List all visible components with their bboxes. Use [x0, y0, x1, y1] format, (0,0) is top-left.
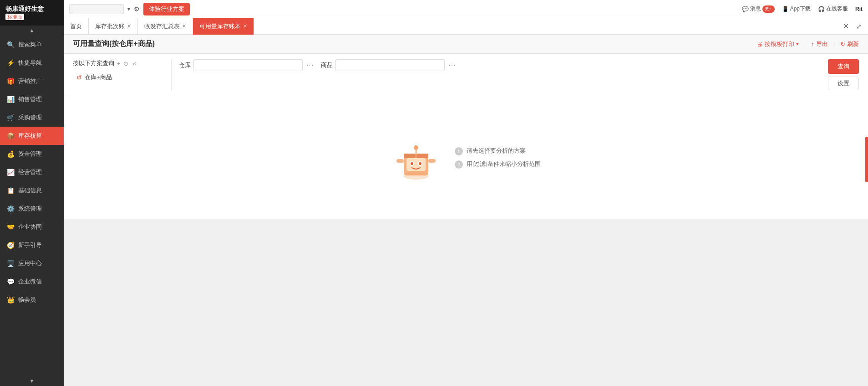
sidebar-item-marketing[interactable]: 🎁 营销推广 [0, 72, 64, 90]
sidebar-label-search: 搜索菜单 [18, 41, 42, 49]
sidebar-item-search[interactable]: 🔍 搜索菜单 [0, 36, 64, 54]
sidebar-header: 畅康通好生意 标准版 [0, 0, 64, 26]
scheme-item-warehouse-goods[interactable]: ↺ 仓库+商品 [73, 71, 164, 84]
query-actions: 查询 设置 [828, 59, 859, 90]
sidebar-item-guide[interactable]: 🧭 新手引导 [0, 236, 64, 254]
add-scheme-btn[interactable]: + [117, 60, 121, 67]
search-icon: 🔍 [6, 41, 15, 48]
sidebar-label-appcenter: 应用中心 [18, 259, 42, 268]
topbar-dropdown-btn[interactable]: ▾ [127, 6, 130, 12]
tip-text-1: 请先选择要分析的方案 [467, 147, 526, 155]
print-icon: 🖨 [757, 41, 763, 47]
tab-expand-btn[interactable]: ⤢ [853, 23, 864, 30]
sidebar-item-purchase[interactable]: 🛒 采购管理 [0, 108, 64, 127]
tab-available-ledger-close[interactable]: ✕ [243, 23, 247, 29]
user-name[interactable]: Rit [855, 6, 863, 12]
tab-inventory-batch-label: 库存批次账 [95, 22, 125, 31]
topbar-right: 💬 消息 99+ 📱 App下载 🎧 在线客服 Rit [742, 5, 863, 13]
sidebar-item-vip[interactable]: 👑 畅会员 [0, 291, 64, 309]
shortcut-icon: ⚡ [6, 59, 15, 67]
sidebar-label-funds: 资金管理 [18, 150, 42, 158]
sidebar-nav: 🔍 搜索菜单 ⚡ 快捷导航 🎁 营销推广 📊 销售管理 🛒 采购管理 📦 库存核… [0, 36, 64, 376]
message-btn[interactable]: 💬 消息 99+ [742, 5, 775, 13]
tab-available-ledger[interactable]: 可用量库存账本 ✕ [193, 18, 254, 35]
filter-goods: 商品 ··· [321, 59, 456, 71]
empty-image [391, 133, 441, 183]
action-sep-1: | [804, 41, 806, 47]
base-icon: 📋 [6, 187, 15, 194]
warehouse-input[interactable] [193, 59, 303, 71]
message-icon: 💬 [742, 6, 749, 12]
goods-more-btn[interactable]: ··· [448, 61, 456, 69]
online-service-label: 在线客服 [826, 5, 848, 13]
edition-badge: 标准版 [5, 14, 24, 20]
tip-num-1: 1 [455, 147, 463, 155]
sidebar-item-sys[interactable]: ⚙️ 系统管理 [0, 200, 64, 218]
marketing-icon: 🎁 [6, 77, 15, 85]
refresh-btn[interactable]: ↻ 刷新 [840, 40, 859, 48]
goods-input[interactable] [335, 59, 445, 71]
warehouse-more-btn[interactable]: ··· [306, 61, 314, 69]
online-service-btn[interactable]: 🎧 在线客服 [818, 5, 848, 13]
sidebar-label-enterprise-wx: 企业微信 [18, 278, 42, 286]
tab-receipt-summary-label: 收发存汇总表 [144, 22, 180, 31]
tab-inventory-batch-close[interactable]: ✕ [127, 23, 131, 29]
appcenter-icon: 🖥️ [6, 260, 15, 267]
page-title: 可用量查询(按仓库+商品) [73, 39, 155, 49]
empty-state: 1 请先选择要分析的方案 2 用[过滤]条件来缩小分析范围 [64, 96, 868, 219]
query-btn[interactable]: 查询 [828, 59, 859, 74]
sidebar-item-base[interactable]: 📋 基础信息 [0, 181, 64, 200]
collapse-btn[interactable]: « [133, 60, 137, 67]
sidebar-item-sales[interactable]: 📊 销售管理 [0, 90, 64, 108]
tab-receipt-summary-close[interactable]: ✕ [182, 23, 186, 29]
print-btn[interactable]: 🖨 按模板打印 ▾ [757, 40, 799, 48]
tab-close-all-btn[interactable]: ✕ [840, 22, 852, 31]
sidebar-scroll-up[interactable]: ▲ [0, 26, 64, 36]
vip-icon: 👑 [6, 296, 15, 304]
print-dropdown-icon[interactable]: ▾ [796, 41, 799, 47]
industry-solution-btn[interactable]: 体验行业方案 [143, 3, 190, 15]
message-badge: 99+ [762, 5, 775, 13]
sidebar-item-funds[interactable]: 💰 资金管理 [0, 145, 64, 163]
guide-icon: 🧭 [6, 242, 15, 249]
sidebar-item-appcenter[interactable]: 🖥️ 应用中心 [0, 254, 64, 273]
sidebar-item-inventory[interactable]: 📦 库存核算 [0, 127, 64, 145]
headset-icon: 🎧 [818, 6, 825, 12]
sidebar-label-marketing: 营销推广 [18, 77, 42, 85]
print-label: 按模板打印 [765, 40, 794, 48]
inventory-icon: 📦 [6, 132, 15, 139]
tab-home-label: 首页 [70, 22, 82, 31]
sidebar-item-shortcut[interactable]: ⚡ 快捷导航 [0, 54, 64, 72]
app-download-label: App下载 [790, 5, 811, 13]
enterprise-wx-icon: 💬 [6, 278, 15, 285]
action-sep-2: | [833, 41, 835, 47]
query-filters: 仓库 ··· 商品 ··· [179, 59, 828, 71]
message-label: 消息 [750, 5, 761, 13]
topbar-gear-btn[interactable]: ⚙ [134, 5, 140, 13]
funds-icon: 💰 [6, 150, 15, 158]
biz-icon: 📈 [6, 169, 15, 176]
svg-rect-3 [416, 154, 428, 158]
setting-btn[interactable]: 设置 [828, 77, 859, 90]
topbar: ▾ ⚙ 体验行业方案 💬 消息 99+ 📱 App下载 🎧 在线客服 Rit [64, 0, 868, 18]
sidebar-scroll-down[interactable]: ▼ [0, 376, 64, 386]
topbar-search-input[interactable] [69, 4, 124, 14]
tab-home[interactable]: 首页 [64, 18, 89, 35]
page-content: 可用量查询(按仓库+商品) 🖨 按模板打印 ▾ | ↑ 导出 | ↻ 刷新 [64, 35, 868, 386]
sidebar-item-enterprise[interactable]: 🤝 企业协同 [0, 218, 64, 236]
svg-point-10 [414, 145, 418, 150]
scheme-rotate-icon: ↺ [76, 74, 82, 81]
export-btn[interactable]: ↑ 导出 [811, 40, 828, 48]
setting-scheme-btn[interactable]: ⊙ [123, 60, 128, 67]
tab-inventory-batch[interactable]: 库存批次账 ✕ [89, 18, 138, 35]
query-divider [171, 59, 172, 90]
sidebar-label-biz: 经营管理 [18, 168, 42, 176]
page-header: 可用量查询(按仓库+商品) 🖨 按模板打印 ▾ | ↑ 导出 | ↻ 刷新 [64, 35, 868, 54]
warehouse-label: 仓库 [179, 61, 191, 69]
tab-receipt-summary[interactable]: 收发存汇总表 ✕ [138, 18, 193, 35]
sidebar-item-enterprise-wx[interactable]: 💬 企业微信 [0, 273, 64, 291]
sidebar-item-biz[interactable]: 📈 经营管理 [0, 163, 64, 181]
app-download-btn[interactable]: 📱 App下载 [782, 5, 811, 13]
goods-label: 商品 [321, 61, 333, 69]
tabs-controls: ✕ ⤢ [840, 22, 868, 31]
